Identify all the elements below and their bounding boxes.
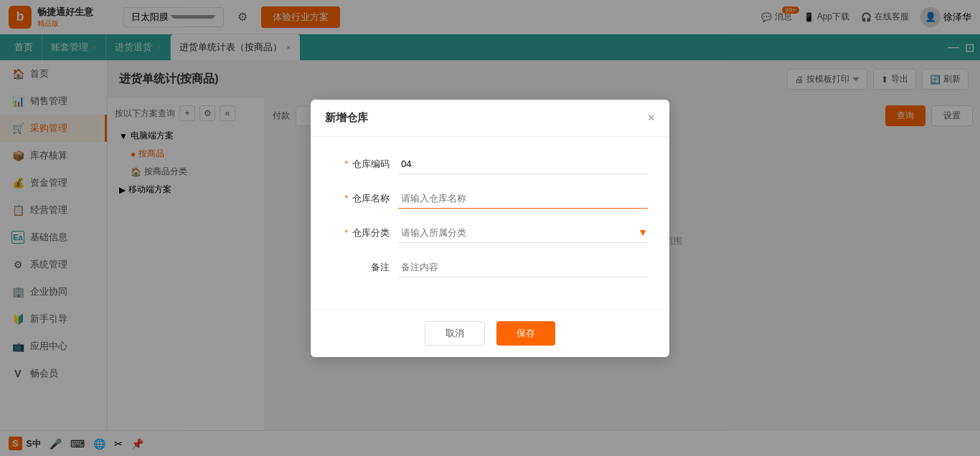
dialog-title: 新增仓库: [325, 111, 647, 125]
code-label: * 仓库编码: [332, 158, 390, 171]
dialog-footer: 取消 保存: [311, 309, 669, 357]
category-required-star: *: [344, 227, 348, 238]
name-input[interactable]: [398, 189, 648, 209]
dialog-add-warehouse: 新增仓库 × * 仓库编码 * 仓库名称: [311, 100, 669, 357]
modal-overlay: 新增仓库 × * 仓库编码 * 仓库名称: [0, 0, 980, 456]
form-row-code: * 仓库编码: [332, 154, 648, 174]
category-select-wrap: ▼: [398, 223, 648, 243]
category-dropdown-icon[interactable]: ▼: [638, 227, 648, 238]
save-button[interactable]: 保存: [496, 321, 555, 346]
name-required-star: *: [344, 193, 348, 204]
category-input[interactable]: [398, 223, 638, 242]
dialog-body: * 仓库编码 * 仓库名称 * 仓库分类: [311, 137, 669, 309]
note-label: 备注: [332, 261, 390, 274]
form-row-note: 备注: [332, 257, 648, 277]
code-required-star: *: [344, 158, 348, 169]
dialog-header: 新增仓库 ×: [311, 100, 669, 137]
category-label: * 仓库分类: [332, 227, 390, 239]
note-input[interactable]: [398, 257, 648, 277]
form-row-name: * 仓库名称: [332, 189, 648, 209]
dialog-close-button[interactable]: ×: [647, 111, 655, 124]
code-input[interactable]: [398, 154, 648, 174]
form-row-category: * 仓库分类 ▼: [332, 223, 648, 243]
name-label: * 仓库名称: [332, 192, 390, 205]
cancel-button[interactable]: 取消: [425, 321, 485, 346]
